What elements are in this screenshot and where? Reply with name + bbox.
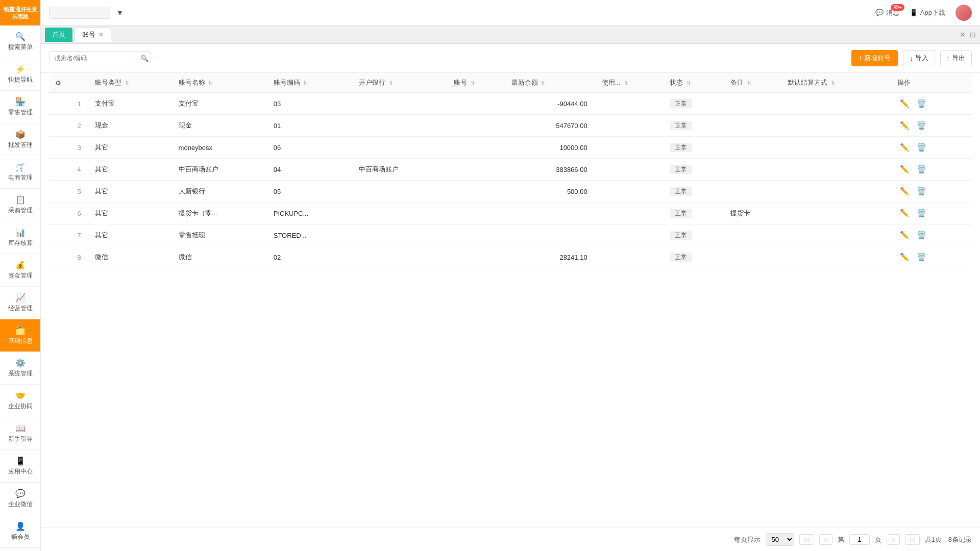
add-account-button[interactable]: + 新增账号	[851, 50, 898, 66]
row-account-no	[450, 159, 507, 181]
per-page-select[interactable]: 50 100 200	[766, 533, 794, 546]
tab-account[interactable]: 账号 ✕	[75, 28, 111, 42]
export-button[interactable]: ↑ 导出	[940, 50, 972, 66]
app-download-label: App下载	[920, 8, 945, 17]
delete-btn[interactable]: 🗑️	[914, 142, 929, 153]
row-type: 微信	[91, 246, 175, 268]
tab-minimize-btn[interactable]: ✕	[960, 31, 966, 39]
app-download-btn[interactable]: 📱 App下载	[910, 8, 945, 17]
col-code: 账号编码 ⇅	[270, 73, 355, 93]
row-action: ✏️ 🗑️	[893, 181, 972, 203]
delete-btn[interactable]: 🗑️	[914, 252, 929, 263]
sidebar-item-purchase-mgmt[interactable]: 📋 采购管理	[0, 189, 40, 221]
edit-btn[interactable]: ✏️	[897, 98, 912, 109]
top-search-input[interactable]	[49, 7, 110, 19]
last-page-btn[interactable]: >|	[905, 534, 920, 545]
table-wrap: ⚙ 账号类型 ⇅ 账号名称 ⇅ 账号编码 ⇅ 开户银行 ⇅ 账号 ⇅ 最新余额 …	[41, 73, 980, 528]
sidebar-item-wholesale-mgmt[interactable]: 📦 批发管理	[0, 123, 40, 156]
edit-btn[interactable]: ✏️	[897, 120, 912, 131]
row-status: 正常	[666, 159, 726, 181]
row-status: 正常	[666, 224, 726, 246]
user-avatar[interactable]	[955, 5, 972, 21]
sidebar-item-quick-nav[interactable]: ⚡ 快捷导航	[0, 58, 40, 91]
sidebar-item-basic-info[interactable]: 🗂️ 基础信息	[0, 319, 40, 352]
table-row: 4 其它 中百商场账户 04 中百商场账户 383866.00 正常 ✏️ 🗑️	[49, 159, 972, 181]
row-gear	[49, 224, 67, 246]
sidebar-item-ops-mgmt[interactable]: 📈 经营管理	[0, 287, 40, 319]
col-gear: ⚙	[49, 73, 67, 93]
export-icon: ↑	[947, 55, 950, 62]
status-badge: 正常	[670, 121, 692, 130]
row-balance: 500.00	[507, 181, 598, 203]
sidebar-item-enterprise-wechat[interactable]: 💬 企业微信	[0, 483, 40, 515]
row-default-pay	[783, 181, 893, 203]
row-balance: -90444.00	[507, 93, 598, 115]
sidebar-item-sys-mgmt[interactable]: ⚙️ 系统管理	[0, 352, 40, 385]
row-usage	[598, 203, 666, 224]
row-gear	[49, 181, 67, 203]
sidebar-item-ecom-mgmt[interactable]: 🛒 电商管理	[0, 156, 40, 189]
tab-home[interactable]: 首页	[45, 28, 72, 42]
edit-btn[interactable]: ✏️	[897, 252, 912, 263]
page-input[interactable]	[849, 534, 870, 545]
row-code: 04	[270, 159, 355, 181]
sidebar-item-enterprise-agreement[interactable]: 🤝 企业协同	[0, 385, 40, 417]
row-usage	[598, 137, 666, 159]
top-dropdown-btn[interactable]: ▼	[116, 9, 124, 17]
tab-close-btn[interactable]: ✕	[99, 31, 104, 38]
sidebar-item-member[interactable]: 👤 畅会员	[0, 515, 40, 548]
sys-icon: ⚙️	[15, 358, 26, 368]
table-row: 6 其它 提货卡（零... PICKUPC... 正常 提货卡 ✏️ 🗑️	[49, 203, 972, 224]
row-usage	[598, 93, 666, 115]
sidebar-item-label: 企业协同	[8, 402, 33, 411]
delete-btn[interactable]: 🗑️	[914, 98, 929, 109]
edit-btn[interactable]: ✏️	[897, 164, 912, 175]
row-code: PICKUPC...	[270, 203, 355, 224]
row-default-pay	[783, 203, 893, 224]
prev-page-btn[interactable]: <	[819, 534, 832, 545]
delete-btn[interactable]: 🗑️	[914, 230, 929, 241]
search-button[interactable]: 🔍	[136, 55, 151, 62]
col-name: 账号名称 ⇅	[175, 73, 270, 93]
row-type: 其它	[91, 224, 175, 246]
wechat-icon: 💬	[15, 489, 26, 498]
top-nav-right: 💬 消息 99+ 📱 App下载	[875, 5, 972, 21]
delete-btn[interactable]: 🗑️	[914, 208, 929, 219]
top-nav-left: ▼	[49, 7, 124, 19]
sidebar-item-finance-mgmt[interactable]: 💰 资金管理	[0, 254, 40, 287]
row-name: 现金	[175, 115, 270, 137]
message-btn[interactable]: 💬 消息 99+	[875, 8, 899, 17]
search-menu-icon: 🔍	[15, 32, 26, 41]
edit-btn[interactable]: ✏️	[897, 208, 912, 219]
sidebar-item-search-menu[interactable]: 🔍 搜索菜单	[0, 26, 40, 58]
import-button[interactable]: ↓ 导入	[903, 50, 935, 66]
first-page-btn[interactable]: |<	[799, 534, 814, 545]
tab-maximize-btn[interactable]: ⊡	[970, 31, 976, 39]
row-usage	[598, 224, 666, 246]
sidebar-item-app-center[interactable]: 📱 应用中心	[0, 450, 40, 483]
edit-btn[interactable]: ✏️	[897, 230, 912, 241]
page-label2: 页	[875, 535, 881, 544]
edit-btn[interactable]: ✏️	[897, 142, 912, 153]
delete-btn[interactable]: 🗑️	[914, 120, 929, 131]
row-name: 中百商场账户	[175, 159, 270, 181]
sidebar-item-inventory[interactable]: 📊 库存核算	[0, 221, 40, 254]
row-balance	[507, 203, 598, 224]
footer: 每页显示 50 100 200 |< < 第 页 > >| 共1页，8条记录	[41, 528, 980, 551]
delete-btn[interactable]: 🗑️	[914, 164, 929, 175]
edit-btn[interactable]: ✏️	[897, 186, 912, 197]
sidebar-item-new-guide[interactable]: 📖 新手引导	[0, 417, 40, 450]
status-badge: 正常	[670, 253, 692, 262]
col-type: 账号类型 ⇅	[91, 73, 175, 93]
col-num	[67, 73, 91, 93]
delete-btn[interactable]: 🗑️	[914, 186, 929, 197]
table-row: 5 其它 大新银行 05 500.00 正常 ✏️ 🗑️	[49, 181, 972, 203]
search-input[interactable]	[50, 52, 136, 65]
sidebar-item-retail-mgmt[interactable]: 🏪 零售管理	[0, 91, 40, 123]
next-page-btn[interactable]: >	[887, 534, 900, 545]
col-bank: 开户银行 ⇅	[355, 73, 450, 93]
quick-nav-icon: ⚡	[15, 64, 26, 74]
row-balance: 10000.00	[507, 137, 598, 159]
content-area: 🔍 + 新增账号 ↓ 导入 ↑ 导出 ⚙	[41, 44, 980, 551]
sidebar-item-label: 资金管理	[8, 271, 33, 280]
